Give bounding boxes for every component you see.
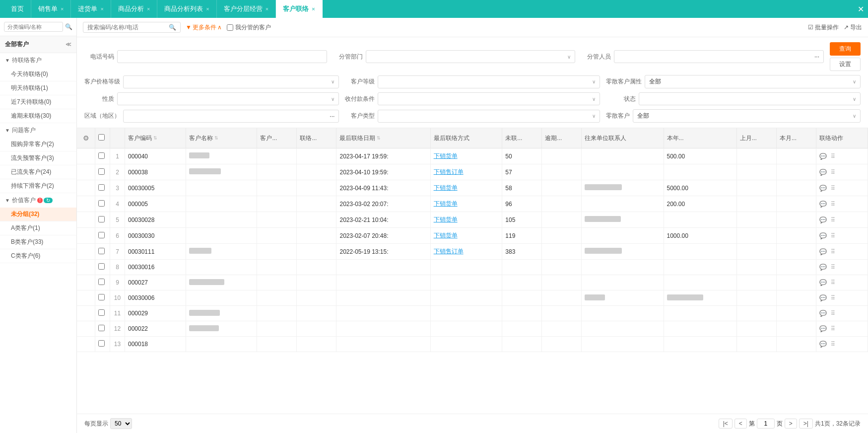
col-overdue[interactable]: 逾期...	[542, 128, 582, 148]
last-method-link-5[interactable]: 下销货单	[434, 232, 458, 239]
col-customer-code[interactable]: 客户编码⇅	[125, 128, 186, 148]
more-icon-4[interactable]: ⠿	[831, 216, 835, 223]
sidebar-item-class-b[interactable]: B类客户(33)	[0, 235, 76, 249]
sidebar-all-customers[interactable]: 全部客户 ≪	[0, 36, 76, 53]
close-purchase-icon[interactable]: ×	[100, 6, 103, 12]
nature-select[interactable]: ∨	[117, 92, 339, 105]
query-btn[interactable]: 查询	[830, 42, 861, 56]
per-page-select[interactable]: 50	[110, 418, 132, 429]
sidebar-item-churn-warning[interactable]: 流失预警客户(3)	[0, 151, 76, 165]
sidebar-problem-group[interactable]: ▼ 问题客户	[0, 123, 76, 138]
row-checkbox-4[interactable]	[98, 216, 105, 222]
row-checkbox-7[interactable]	[98, 263, 105, 270]
chat-icon-12[interactable]: 💬	[819, 341, 827, 348]
last-method-link-6[interactable]: 下销售订单	[434, 248, 464, 255]
tab-purchase[interactable]: 进货单 ×	[71, 0, 111, 18]
manager-select[interactable]: ···	[614, 50, 824, 63]
close-product-analysis-icon[interactable]: ×	[147, 6, 150, 12]
col-this-month[interactable]: 本月...	[776, 128, 816, 148]
my-customers-checkbox[interactable]	[227, 24, 233, 31]
chat-icon-8[interactable]: 💬	[819, 279, 827, 286]
phone-input[interactable]	[117, 50, 327, 63]
sidebar-collapse-icon[interactable]: ≪	[66, 41, 71, 48]
price-level-select[interactable]: ∨	[123, 75, 339, 88]
sidebar-value-group[interactable]: ▼ 价值客户 ! ↻	[0, 193, 76, 208]
last-method-link-0[interactable]: 下销货单	[434, 152, 458, 159]
sidebar-item-overdue-pending[interactable]: 逾期未联络(30)	[0, 109, 76, 123]
prev-page-btn[interactable]: <	[734, 419, 747, 429]
row-checkbox-10[interactable]	[98, 309, 105, 316]
sidebar-search-input[interactable]	[4, 22, 63, 32]
select-all-checkbox[interactable]	[98, 134, 105, 141]
chat-icon-3[interactable]: 💬	[819, 201, 827, 208]
row-checkbox-0[interactable]	[98, 152, 105, 159]
sidebar-item-hoard-abnormal[interactable]: 囤购异常客户(2)	[0, 138, 76, 151]
col-customer-type[interactable]: 客户...	[257, 128, 297, 148]
chat-icon-0[interactable]: 💬	[819, 153, 827, 160]
tab-customer-contact[interactable]: 客户联络 ×	[276, 0, 322, 18]
tab-home[interactable]: 首页	[4, 0, 31, 18]
chat-icon-9[interactable]: 💬	[819, 294, 827, 301]
col-last-contact-method[interactable]: 最后联络方式	[430, 128, 502, 148]
chat-icon-4[interactable]: 💬	[819, 216, 827, 223]
reset-btn[interactable]: 设置	[830, 58, 861, 71]
sidebar-item-week-pending[interactable]: 近7天待联络(0)	[0, 95, 76, 109]
more-icon-7[interactable]: ⠿	[831, 264, 835, 271]
row-checkbox-11[interactable]	[98, 325, 105, 331]
more-icon-1[interactable]: ⠿	[831, 169, 835, 176]
col-this-year[interactable]: 本年...	[664, 128, 736, 148]
more-icon-6[interactable]: ⠿	[831, 248, 835, 255]
table-settings-icon[interactable]: ⚙	[80, 132, 92, 144]
my-customers-checkbox-label[interactable]: 我分管的客户	[227, 23, 271, 32]
tab-customer-segment[interactable]: 客户分层经营 ×	[217, 0, 276, 18]
more-icon-12[interactable]: ⠿	[831, 341, 835, 348]
more-icon-5[interactable]: ⠿	[831, 232, 835, 239]
tab-product-analysis[interactable]: 商品分析 ×	[111, 0, 157, 18]
chat-icon-10[interactable]: 💬	[819, 310, 827, 317]
nav-close-icon[interactable]: ✕	[858, 4, 864, 14]
sidebar-item-declining[interactable]: 持续下滑客户(2)	[0, 179, 76, 193]
row-checkbox-6[interactable]	[98, 248, 105, 254]
sidebar-item-class-c[interactable]: C类客户(6)	[0, 249, 76, 263]
close-customer-contact-icon[interactable]: ×	[312, 6, 315, 12]
chat-icon-2[interactable]: 💬	[819, 185, 827, 192]
more-filters-btn[interactable]: ▼ 更多条件 ∧	[186, 23, 222, 32]
col-contact[interactable]: 联络...	[297, 128, 336, 148]
last-method-link-2[interactable]: 下销货单	[434, 184, 458, 191]
row-checkbox-5[interactable]	[98, 232, 105, 238]
close-customer-segment-icon[interactable]: ×	[266, 6, 268, 12]
value-group-refresh-icon[interactable]: ↻	[44, 198, 53, 203]
more-icon-8[interactable]: ⠿	[831, 279, 835, 286]
row-checkbox-12[interactable]	[98, 340, 105, 347]
row-checkbox-3[interactable]	[98, 200, 105, 207]
row-checkbox-2[interactable]	[98, 184, 105, 191]
last-method-link-3[interactable]: 下销货单	[434, 200, 458, 207]
more-icon-0[interactable]: ⠿	[831, 153, 835, 160]
col-last-contact-date[interactable]: 最后联络日期⇅	[336, 128, 430, 148]
export-btn[interactable]: ↗ 导出	[844, 23, 862, 32]
customer-type-select[interactable]: ∨	[378, 110, 600, 123]
sidebar-item-churned[interactable]: 已流失客户(24)	[0, 165, 76, 179]
more-icon-9[interactable]: ⠿	[831, 294, 835, 301]
payment-select[interactable]: ∨	[378, 92, 600, 105]
customer-level-select[interactable]: ∨	[378, 75, 600, 88]
first-page-btn[interactable]: |<	[719, 419, 733, 429]
sidebar-pending-group[interactable]: ▼ 待联络客户	[0, 53, 76, 68]
bulk-ops-btn[interactable]: ☑ 批量操作	[808, 23, 839, 32]
page-input[interactable]	[757, 419, 775, 429]
dept-select[interactable]: ∨	[366, 50, 576, 63]
sidebar-search-icon[interactable]: 🔍	[65, 23, 72, 30]
last-page-btn[interactable]: >|	[799, 419, 813, 429]
col-no-contact[interactable]: 未联...	[502, 128, 542, 148]
col-last-month[interactable]: 上月...	[736, 128, 776, 148]
chat-icon-11[interactable]: 💬	[819, 325, 827, 332]
retail-attr-select[interactable]: 全部∨	[645, 75, 861, 88]
more-icon-11[interactable]: ⠿	[831, 325, 835, 332]
row-checkbox-1[interactable]	[98, 168, 105, 175]
more-icon-2[interactable]: ⠿	[831, 185, 835, 192]
search-input[interactable]	[87, 24, 167, 31]
more-icon-3[interactable]: ⠿	[831, 201, 835, 208]
row-checkbox-9[interactable]	[98, 294, 105, 300]
last-method-link-4[interactable]: 下销货单	[434, 216, 458, 223]
chat-icon-1[interactable]: 💬	[819, 169, 827, 176]
